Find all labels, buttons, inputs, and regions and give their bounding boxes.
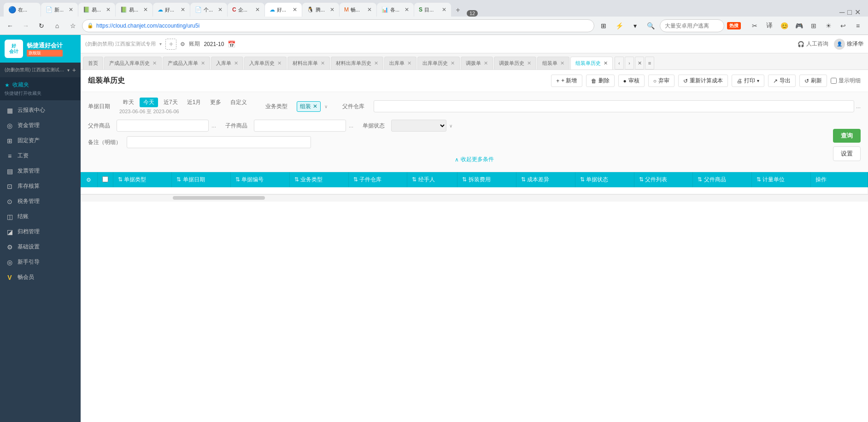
- tab-close-mat-out[interactable]: ✕: [321, 60, 325, 66]
- child-goods-input[interactable]: [254, 120, 346, 132]
- approve-button[interactable]: ● 审核: [618, 75, 645, 87]
- col-cost-diff[interactable]: ⇅ 成本差异: [516, 172, 575, 187]
- tab-close-10[interactable]: ✕: [367, 6, 372, 13]
- app-tab-mat-out[interactable]: 材料出库单 ✕: [287, 57, 330, 69]
- tab-close-11[interactable]: ✕: [405, 6, 409, 13]
- col-number[interactable]: ⇅ 单据编号: [231, 172, 290, 187]
- unapprove-button[interactable]: ○ 弃审: [648, 75, 674, 87]
- app-tab-in-history[interactable]: 入库单历史 ✕: [244, 57, 287, 69]
- qr-button[interactable]: ⊞: [597, 19, 610, 32]
- tab-close-7[interactable]: ✕: [255, 6, 260, 13]
- new-tab-button[interactable]: +: [452, 4, 464, 17]
- col-status[interactable]: ⇅ 单据状态: [575, 172, 634, 187]
- sidebar-item-invoice[interactable]: ▤ 发票管理: [0, 163, 81, 179]
- parent-goods-input[interactable]: [117, 120, 209, 132]
- col-gear[interactable]: ⚙: [81, 172, 97, 187]
- app-tab-assemble-history[interactable]: 调拨单历史 ✕: [494, 57, 536, 69]
- app-tab-in-order[interactable]: 入库单 ✕: [211, 57, 243, 69]
- sidebar-item-member[interactable]: V 畅会员: [0, 270, 81, 285]
- emoji-btn[interactable]: 😊: [778, 19, 791, 32]
- tab-close-out-order[interactable]: ✕: [407, 60, 411, 66]
- tab-close-assemble[interactable]: ✕: [484, 60, 488, 66]
- tab-close-5[interactable]: ✕: [181, 6, 185, 13]
- app-tab-assemble[interactable]: 调拨单 ✕: [461, 57, 493, 69]
- app-tab-assembly-order[interactable]: 组装单 ✕: [537, 57, 569, 69]
- print-button[interactable]: 🖨 打印 ▾: [732, 75, 764, 87]
- translate-btn[interactable]: 译: [763, 19, 776, 32]
- browser-tab-4[interactable]: 📗 易... ✕: [116, 3, 152, 17]
- calendar-icon[interactable]: 📅: [228, 40, 235, 48]
- sidebar-item-fund[interactable]: ◎ 资金管理: [0, 118, 81, 133]
- browser-tab-8[interactable]: ☁ 好... ✕: [265, 3, 302, 17]
- tab-close-3[interactable]: ✕: [106, 6, 111, 13]
- tab-close-6[interactable]: ✕: [218, 6, 223, 13]
- app-tab-prod-in[interactable]: 产成品入库单 ✕: [163, 57, 210, 69]
- parent-goods-more[interactable]: ...: [211, 122, 216, 129]
- tab-close-8[interactable]: ✕: [293, 6, 297, 13]
- menu-btn[interactable]: ≡: [851, 19, 864, 32]
- show-detail-checkbox[interactable]: [831, 78, 837, 84]
- lightning-button[interactable]: ⚡: [613, 19, 626, 32]
- date-tab-more[interactable]: 更多: [206, 98, 225, 107]
- maximize-btn[interactable]: □: [847, 8, 852, 17]
- sidebar-item-settings[interactable]: ⚙ 基础设置: [0, 239, 81, 254]
- reload-button[interactable]: ↻: [35, 19, 48, 32]
- parent-warehouse-more[interactable]: ...: [856, 103, 861, 110]
- refresh-button[interactable]: ↺ 刷新: [799, 75, 827, 87]
- game-btn[interactable]: 🎮: [792, 19, 805, 32]
- tab-close-4[interactable]: ✕: [143, 6, 148, 13]
- sidebar-item-inventory[interactable]: ⊡ 库存核算: [0, 179, 81, 194]
- gear-settings-btn[interactable]: ⚙: [180, 41, 185, 47]
- scissors-btn[interactable]: ✂: [748, 19, 761, 32]
- add-company-btn[interactable]: +: [72, 66, 76, 74]
- horizontal-scrollbar[interactable]: [173, 196, 265, 200]
- browser-tab-7[interactable]: C 企... ✕: [228, 3, 264, 17]
- sidebar-item-payroll[interactable]: ≡ 工资: [0, 148, 81, 163]
- tab-close-in-history[interactable]: ✕: [277, 60, 282, 66]
- home-button[interactable]: ⌂: [51, 19, 64, 32]
- export-button[interactable]: ↗ 导出: [768, 75, 796, 87]
- grid-btn[interactable]: ⊞: [807, 19, 820, 32]
- theme-btn[interactable]: ☀: [822, 19, 835, 32]
- forward-button[interactable]: →: [19, 19, 32, 32]
- add-button[interactable]: + + 新增: [551, 75, 582, 87]
- col-unit[interactable]: ⇅ 计量单位: [752, 172, 811, 187]
- tab-close-assembly-order[interactable]: ✕: [560, 60, 564, 66]
- col-type[interactable]: ⇅ 单据类型: [113, 172, 172, 187]
- biz-type-tag-close[interactable]: ✕: [313, 103, 317, 110]
- close-window-btn[interactable]: ✕: [855, 8, 861, 17]
- browser-tab-1[interactable]: 🔵 在...: [4, 3, 41, 17]
- tab-close-mat-out-history[interactable]: ✕: [374, 60, 378, 66]
- sidebar-item-tax[interactable]: ⊙ 税务管理: [0, 194, 81, 209]
- date-tab-today[interactable]: 今天: [140, 98, 158, 107]
- tab-close-12[interactable]: ✕: [442, 6, 446, 13]
- tab-close-assembly-history[interactable]: ✕: [604, 60, 608, 66]
- date-tab-custom[interactable]: 自定义: [227, 98, 251, 107]
- app-tab-out-order[interactable]: 出库单 ✕: [384, 57, 416, 69]
- recalculate-button[interactable]: ↺ 重新计算成本: [678, 75, 728, 87]
- col-parent-goods[interactable]: ⇅ 父件商品: [693, 172, 752, 187]
- company-dropdown-arrow[interactable]: ▾: [159, 41, 162, 46]
- sidebar-item-checkout[interactable]: ◫ 结账: [0, 209, 81, 224]
- remarks-input[interactable]: [127, 136, 311, 148]
- tab-close-in-order[interactable]: ✕: [234, 60, 238, 66]
- parent-warehouse-input[interactable]: [374, 100, 854, 112]
- app-tab-prod-in-history[interactable]: 产成品入库单历史 ✕: [104, 57, 162, 69]
- tab-more-btn[interactable]: ≡: [645, 57, 654, 69]
- date-tab-last7[interactable]: 近7天: [160, 98, 182, 107]
- col-handler[interactable]: ⇅ 经手人: [407, 172, 457, 187]
- delete-button[interactable]: 🗑 删除: [586, 75, 615, 87]
- biz-type-dropdown[interactable]: ∨: [324, 104, 328, 109]
- browser-tab-10[interactable]: M 畅... ✕: [340, 3, 376, 17]
- col-date[interactable]: ⇅ 单据日期: [172, 172, 231, 187]
- app-tab-out-history[interactable]: 出库单历史 ✕: [417, 57, 460, 69]
- bookmark-button[interactable]: ☆: [66, 19, 79, 32]
- col-child-warehouse[interactable]: ⇅ 子件仓库: [348, 172, 407, 187]
- tab-close-2[interactable]: ✕: [69, 6, 73, 13]
- tab-close-out-history[interactable]: ✕: [451, 60, 455, 66]
- tab-close-9[interactable]: ✕: [330, 6, 334, 13]
- add-btn[interactable]: +: [165, 39, 176, 50]
- col-checkbox[interactable]: [97, 172, 113, 187]
- undo-btn[interactable]: ↩: [837, 19, 850, 32]
- sidebar-favorites[interactable]: ★ 收藏夹 快捷键打开收藏夹: [0, 77, 81, 100]
